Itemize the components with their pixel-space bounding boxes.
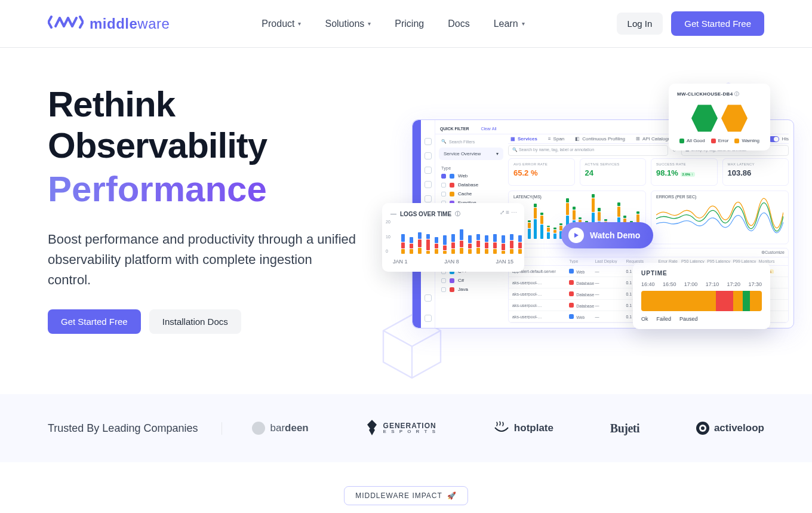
hero-illustration: QUICK FILTER Clear All 🔍 Search Filters … — [376, 84, 764, 346]
activeloop-icon — [696, 422, 709, 435]
metrics-row: AVG ERROR RATE65.2 % ACTIVE SERVICES24 S… — [508, 158, 789, 186]
logo-text: middleware — [90, 16, 170, 32]
nav-actions: Log In Get Started Free — [617, 11, 764, 36]
play-icon — [568, 228, 584, 243]
hexagon-icon — [721, 103, 748, 133]
card-tools[interactable]: ⤢ ≡ ⋯ — [500, 209, 517, 216]
chevron-down-icon: ▾ — [368, 20, 371, 27]
nav-item-solutions[interactable]: Solutions▾ — [325, 19, 371, 29]
impact-badge: MIDDLEWARE IMPACT🚀 — [344, 486, 468, 505]
tab-profiling[interactable]: ◧ Continuous Profiling — [575, 136, 625, 142]
get-started-button[interactable]: Get Started Free — [671, 11, 764, 36]
top-nav: middleware Product▾ Solutions▾ Pricing D… — [0, 0, 812, 48]
avg-error-rate: 65.2 % — [513, 168, 570, 177]
errors-chart: ERRORS (PER SEC) — [651, 191, 789, 244]
active-services: 24 — [585, 168, 641, 177]
impact-section: MIDDLEWARE IMPACT🚀 — [0, 462, 812, 513]
trusted-label: Trusted By Leading Companies — [48, 422, 222, 435]
brand-activeloop: activeloop — [696, 422, 764, 435]
health-card: MW-CLICKHOUSE-DB4 ⓘ All GoodErrorWarning — [669, 84, 770, 150]
search-input[interactable]: 🔍 Search by name, tag, label or annotati… — [508, 145, 668, 156]
rocket-icon: 🚀 — [447, 492, 457, 500]
login-button[interactable]: Log In — [617, 13, 663, 35]
tab-services[interactable]: ▦ Services — [510, 136, 537, 142]
nav-item-docs[interactable]: Docs — [448, 19, 469, 29]
chevron-down-icon: ▾ — [522, 20, 525, 27]
clear-all-link[interactable]: Clear All — [481, 127, 496, 131]
hero-title-line1: Rethink — [48, 84, 358, 125]
uptime-card: UPTIME 16:4016:5017:0017:1017:2017:30 Ok… — [633, 263, 770, 329]
tab-api[interactable]: ⊞ API Catalogue — [636, 136, 673, 142]
hero-subtitle: Boost performance and productivity throu… — [48, 229, 358, 290]
max-latency: 103.86 — [728, 168, 784, 177]
logs-over-time-card: — LOGS OVER TIME ⓘ ⤢ ≡ ⋯ 20100 JAN 1JAN … — [382, 203, 524, 272]
brand-generation-esports: GENERATIONE S P O R T S — [365, 419, 437, 437]
tab-span[interactable]: ≡ Span — [548, 136, 564, 142]
trusted-section: Trusted By Leading Companies bardeen GEN… — [0, 394, 812, 462]
generation-icon — [365, 419, 379, 437]
chevron-down-icon: ▾ — [298, 20, 301, 27]
hero: Rethink Observability Performance Boost … — [0, 48, 812, 394]
success-rate: 98.1% 2.6% ↑ — [656, 168, 712, 177]
nav-links: Product▾ Solutions▾ Pricing Docs Learn▾ — [262, 19, 524, 29]
logo[interactable]: middleware — [48, 14, 170, 33]
nav-item-learn[interactable]: Learn▾ — [494, 19, 525, 29]
hero-rotator: Performance — [48, 166, 358, 213]
watch-demo-button[interactable]: Watch Demo — [561, 222, 653, 248]
hotplate-icon — [494, 420, 509, 437]
nav-item-product[interactable]: Product▾ — [262, 19, 301, 29]
bardeen-icon — [252, 422, 265, 435]
hero-get-started-button[interactable]: Get Started Free — [48, 309, 141, 334]
brand-bujeti: Bujeti — [610, 422, 639, 435]
logo-icon — [48, 14, 84, 33]
quick-filter-label: QUICK FILTER — [440, 127, 469, 131]
installation-docs-button[interactable]: Installation Docs — [149, 309, 241, 334]
brand-bardeen: bardeen — [252, 422, 308, 435]
hexagon-icon — [691, 103, 718, 133]
service-overview-panel[interactable]: Service Overview▾ — [439, 148, 503, 160]
brand-hotplate: hotplate — [494, 420, 553, 437]
hero-copy: Rethink Observability Performance Boost … — [48, 84, 358, 346]
type-label: Type — [439, 164, 503, 171]
hero-title-line2: Observability — [48, 125, 358, 166]
nav-item-pricing[interactable]: Pricing — [395, 19, 424, 29]
